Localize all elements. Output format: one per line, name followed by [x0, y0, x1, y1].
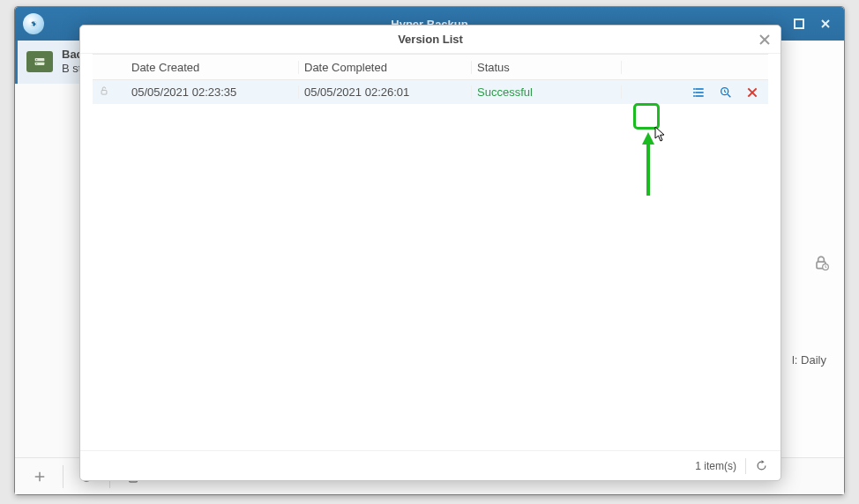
annotation-cursor	[654, 126, 667, 142]
cell-date-completed: 05/05/2021 02:26:01	[299, 85, 472, 99]
col-date-created[interactable]: Date Created	[126, 61, 299, 74]
cell-status: Successful	[472, 85, 622, 99]
add-task-button[interactable]	[22, 462, 57, 492]
version-row[interactable]: 05/05/2021 02:23:35 05/05/2021 02:26:01 …	[93, 80, 768, 105]
action-info-button[interactable]	[692, 85, 706, 100]
col-date-completed[interactable]: Date Completed	[299, 61, 472, 74]
main-close-button[interactable]	[814, 14, 837, 33]
server-icon	[26, 51, 53, 72]
row-actions	[622, 85, 768, 100]
modal-footer: 1 item(s)	[80, 450, 781, 480]
item-count-label: 1 item(s)	[695, 460, 736, 472]
modal-close-button[interactable]	[756, 31, 773, 48]
svg-marker-30	[642, 132, 654, 145]
annotation-highlight	[633, 103, 660, 130]
version-list-dialog: Version List Date Created Date Completed…	[79, 25, 781, 481]
svg-rect-2	[795, 19, 803, 28]
col-status[interactable]: Status	[472, 61, 622, 74]
schedule-snippet: l: Daily	[792, 353, 826, 367]
lock-icon[interactable]	[812, 254, 830, 275]
action-explore-button[interactable]	[719, 85, 733, 100]
svg-line-26	[728, 94, 730, 97]
annotation-arrow	[640, 132, 656, 196]
table-header-row: Date Created Date Completed Status	[93, 54, 768, 80]
svg-point-24	[693, 95, 695, 97]
lock-open-icon	[93, 85, 126, 100]
footer-divider	[745, 458, 746, 474]
modal-body: Date Created Date Completed Status 05/05…	[80, 54, 781, 450]
modal-title: Version List	[398, 33, 463, 46]
backup-app-icon	[23, 13, 44, 34]
svg-point-23	[693, 92, 695, 93]
action-delete-button[interactable]	[745, 85, 759, 100]
cell-date-created: 05/05/2021 02:23:35	[126, 85, 299, 99]
svg-rect-18	[101, 90, 107, 94]
svg-point-7	[36, 59, 37, 60]
svg-point-22	[693, 88, 695, 90]
maximize-button[interactable]	[788, 14, 810, 33]
svg-point-8	[36, 63, 37, 64]
modal-header: Version List	[80, 26, 781, 54]
toolbar-divider	[63, 465, 63, 488]
refresh-button[interactable]	[755, 459, 768, 472]
